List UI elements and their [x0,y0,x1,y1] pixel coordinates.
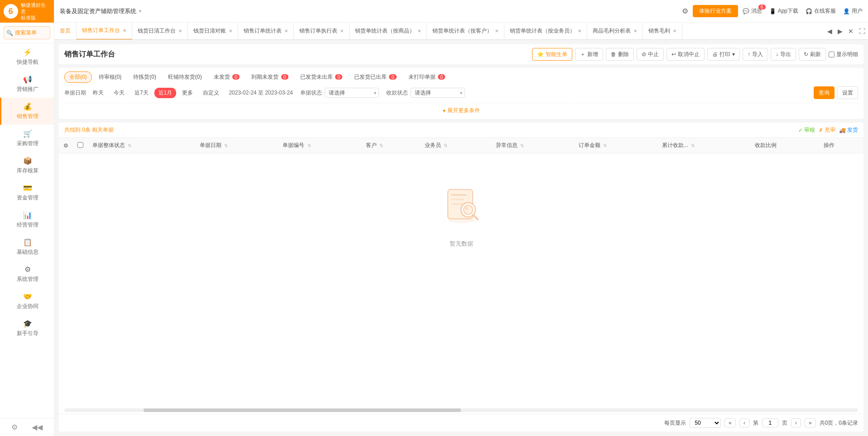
app-download-item[interactable]: 📱 App下载 [769,7,798,15]
sidebar-item-sales[interactable]: 💰 销售管理 [0,98,54,125]
number-sort-icon[interactable]: ⇅ [307,143,311,148]
filter-tab-overdue[interactable]: 到期未发货 0 [246,71,293,83]
tab-close-icon[interactable]: ✕ [578,28,581,33]
sidebar-item-guide[interactable]: 🎓 新手引导 [0,315,54,342]
tab-sales-exec[interactable]: 销售订单执行表 ✕ [294,23,350,40]
refresh-button[interactable]: ↻ 刷新 [799,48,826,61]
tab-close-icon[interactable]: ✕ [284,28,288,33]
first-page-button[interactable]: « [724,418,736,427]
tab-close-icon[interactable]: ✕ [340,28,344,33]
sidebar-item-label: 库存核算 [17,167,38,175]
sidebar-item-inventory[interactable]: 📦 库存核算 [0,152,54,179]
delete-button[interactable]: 🗑 删除 [606,48,634,61]
ai-generate-button[interactable]: ⭐ 智能生单 [532,48,572,61]
tabbar-fullscreen-button[interactable]: ⛶ [856,26,868,37]
status-sort-icon[interactable]: ⇅ [128,143,131,148]
customer-sort-icon[interactable]: ⇅ [379,143,383,148]
tab-close-icon[interactable]: ✕ [673,28,676,33]
search-menu-button[interactable]: 🔍 搜索菜单 [4,26,50,39]
tab-close-icon[interactable]: ✕ [633,28,637,33]
settings-icon[interactable]: ⚙ [63,142,68,149]
sidebar-item-finance[interactable]: 💳 资金管理 [0,179,54,206]
tab-summary-product[interactable]: 销货单统计表（按商品） ✕ [350,23,427,40]
filter-tab-not-shipped[interactable]: 未发货 0 [209,71,245,83]
tab-close-icon[interactable]: ✕ [229,28,232,33]
tab-gross-profit[interactable]: 商品毛利分析表 ✕ [587,23,643,40]
tab-sales-workbench[interactable]: 销售订单工作台 ✕ [77,23,132,40]
tab-close-icon[interactable]: ✕ [417,28,421,33]
tab-cash-daily[interactable]: 钱货日清工作台 ✕ [132,23,188,40]
tab-summary-customer[interactable]: 销货单统计表（按客户） ✕ [427,23,504,40]
show-detail-checkbox[interactable] [829,52,834,57]
select-all-checkbox[interactable] [77,142,83,148]
tab-summary-staff[interactable]: 销货单统计表（按业务员） ✕ [504,23,587,40]
filter-tab-wangpu[interactable]: 旺铺待发货(0) [163,71,207,83]
batch-ship-button[interactable]: 🚚 发货 [839,126,858,134]
sidebar-item-operations[interactable]: 📊 经营管理 [0,206,54,233]
last-page-button[interactable]: » [805,418,816,427]
tab-home[interactable]: 首页 [54,23,77,40]
payment-select[interactable]: 请选择 [411,88,465,98]
print-button[interactable]: 🖨 打印 ▾ [707,48,740,61]
date-sort-icon[interactable]: ⇅ [224,143,228,148]
table-hscroll-thumb[interactable] [144,408,461,412]
status-select[interactable]: 请选择 [325,88,379,98]
cancel-stop-button[interactable]: ↩ 取消中止 [667,48,705,61]
batch-approve-button[interactable]: ✓ 审核 [798,126,815,134]
tab-cash-reconcile[interactable]: 钱货日清对账 ✕ [188,23,238,40]
online-service-item[interactable]: 🎧 在线客服 [806,7,836,15]
tabbar-close-all-button[interactable]: ✕ [845,26,856,37]
sidebar-item-basic-info[interactable]: 📋 基础信息 [0,233,54,261]
filter-tab-shipped-out[interactable]: 已发货已出库 0 [349,71,401,83]
import-button[interactable]: ↑ 导入 [743,48,768,61]
date-last7-btn[interactable]: 近7天 [130,88,153,98]
abnormal-sort-icon[interactable]: ⇅ [520,143,524,148]
filter-tab-pending-review[interactable]: 待审核(0) [94,71,127,83]
filter-tab-shipped-not-out[interactable]: 已发货未出库 0 [295,71,347,83]
batch-cancel-button[interactable]: ✗ 充审 [819,126,835,134]
sidebar-item-marketing[interactable]: 📢 营销推广 [0,71,54,98]
reset-button[interactable]: 设置 [837,86,858,99]
message-item[interactable]: 💬 6 消息 [743,7,762,15]
sidebar-item-quick-nav[interactable]: ⚡ 快捷导航 [0,43,54,71]
sidebar-item-purchase[interactable]: 🛒 采购管理 [0,125,54,152]
sidebar-item-system[interactable]: ⚙ 系统管理 [0,261,54,288]
filter-tab-pending-pickup[interactable]: 待拣货(0) [128,71,161,83]
next-page-button[interactable]: › [791,418,801,427]
cumulative-sort-icon[interactable]: ⇅ [691,143,695,148]
tab-close-icon[interactable]: ✕ [495,28,499,33]
print-arrow-icon: ▾ [732,51,735,57]
stop-button[interactable]: ⊘ 中止 [637,48,664,61]
prev-page-button[interactable]: ‹ [739,418,749,427]
experience-button[interactable]: 体验行业方案 [693,5,738,17]
stop-icon: ⊘ [642,51,646,57]
tab-close-icon[interactable]: ✕ [123,28,126,33]
expand-conditions-button[interactable]: ▾ 展开更多条件 [64,106,858,115]
add-button[interactable]: ＋ 新增 [575,48,603,61]
tab-close-icon[interactable]: ✕ [178,28,182,33]
filter-tab-all[interactable]: 全部(0) [64,71,92,83]
page-input[interactable] [762,418,778,427]
table-hscroll[interactable] [64,408,858,412]
date-today-btn[interactable]: 今天 [110,88,129,98]
date-yesterday-btn[interactable]: 昨天 [89,88,108,98]
search-button[interactable]: 查询 [814,86,834,99]
date-custom-btn[interactable]: 自定义 [199,88,223,98]
topbar-settings-button[interactable]: ⚙ [682,7,688,15]
staff-sort-icon[interactable]: ⇅ [444,143,447,148]
filter-tab-not-printed[interactable]: 未打印单据 0 [403,71,450,83]
show-detail-checkbox-label[interactable]: 显示明细 [829,51,858,58]
date-more-btn[interactable]: 更多 [178,88,197,98]
sidebar-settings-button[interactable]: ⚙ [11,423,18,431]
per-page-select[interactable]: 50 20 100 [690,418,721,428]
amount-sort-icon[interactable]: ⇅ [603,143,607,148]
sidebar-collapse-button[interactable]: ◀◀ [32,423,43,431]
sidebar-item-enterprise[interactable]: 🤝 企业协同 [0,288,54,315]
tabbar-next-button[interactable]: ▶ [835,26,845,37]
tabbar-prev-button[interactable]: ◀ [825,26,835,37]
tab-sales-stats[interactable]: 销售订单统计表 ✕ [238,23,294,40]
user-item[interactable]: 👤 用户 [843,7,863,15]
export-button[interactable]: ↓ 导出 [771,48,796,61]
tab-sales-revenue[interactable]: 销售毛利 ✕ [643,23,682,40]
date-last1month-btn[interactable]: 近1月 [154,88,177,98]
